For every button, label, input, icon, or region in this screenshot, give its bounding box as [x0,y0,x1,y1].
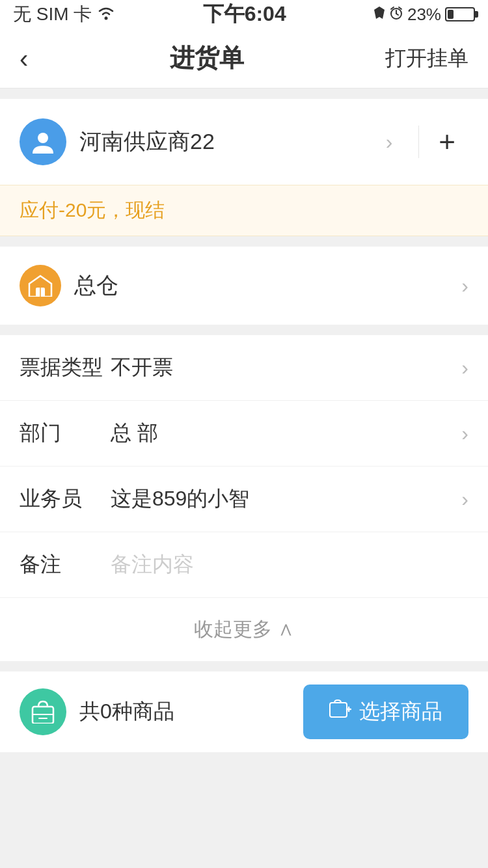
supplier-name: 河南供应商22 [79,127,215,157]
back-button[interactable]: ‹ [20,46,28,72]
salesperson-row[interactable]: 业务员 这是859的小智 › [0,467,488,532]
status-right: 23% [373,5,475,25]
svg-point-0 [105,17,108,20]
warehouse-name: 总仓 [74,271,461,301]
remark-label: 备注 [20,550,104,579]
background-fill [0,752,488,868]
form-section: 票据类型 不开票 › 部门 总 部 › 业务员 这是859的小智 › 备注 备注… [0,335,488,661]
warehouse-chevron-icon: › [461,274,468,298]
wifi-icon [97,4,115,25]
department-label: 部门 [20,419,104,448]
select-product-label: 选择商品 [359,698,442,726]
supplier-chevron-icon: › [386,130,393,154]
add-supplier-button[interactable]: + [426,126,468,158]
select-product-button[interactable]: 选择商品 [303,685,468,739]
status-bar: 无 SIM 卡 下午6:04 23% [0,0,488,29]
salesperson-chevron-icon: › [461,487,468,511]
nav-bar: ‹ 进货单 打开挂单 [0,29,488,88]
bottom-bar: 共0种商品 选择商品 [0,671,488,752]
invoice-type-value: 不开票 [104,353,461,382]
supplier-section: 河南供应商22 › + 应付-20元，现结 [0,99,488,236]
collapse-label: 收起更多 ∧ [194,618,293,640]
status-left: 无 SIM 卡 [13,2,115,27]
product-count-text: 共0种商品 [79,698,303,726]
salesperson-value: 这是859的小智 [104,485,461,513]
supplier-row[interactable]: 河南供应商22 › + [0,99,488,185]
collapse-button[interactable]: 收起更多 ∧ [0,598,488,661]
svg-line-3 [396,14,398,15]
supplier-divider [418,126,419,158]
invoice-type-label: 票据类型 [20,353,104,382]
remark-input[interactable]: 备注内容 [104,550,468,579]
remark-row[interactable]: 备注 备注内容 [0,532,488,598]
open-pending-button[interactable]: 打开挂单 [385,44,468,73]
salesperson-label: 业务员 [20,485,104,513]
alert-banner: 应付-20元，现结 [0,185,488,236]
warehouse-icon [20,265,61,306]
invoice-type-chevron-icon: › [461,356,468,380]
department-row[interactable]: 部门 总 部 › [0,401,488,467]
svg-rect-9 [330,703,347,717]
department-value: 总 部 [104,419,461,448]
carrier-text: 无 SIM 卡 [13,2,92,27]
battery-icon [445,7,475,21]
supplier-avatar [20,118,66,165]
warehouse-section[interactable]: 总仓 › [0,247,488,325]
department-chevron-icon: › [461,422,468,446]
page-title: 进货单 [170,42,244,75]
select-product-icon [329,699,351,724]
gap-1 [0,88,488,99]
location-icon [373,5,385,25]
warehouse-row[interactable]: 总仓 › [0,247,488,325]
invoice-type-row[interactable]: 票据类型 不开票 › [0,335,488,401]
alarm-icon [389,5,403,25]
alert-text: 应付-20元，现结 [20,199,165,221]
status-time: 下午6:04 [203,0,286,29]
battery-text: 23% [407,5,441,25]
product-bag-icon [20,688,66,735]
supplier-info: 河南供应商22 [20,118,386,165]
svg-point-4 [38,133,48,143]
